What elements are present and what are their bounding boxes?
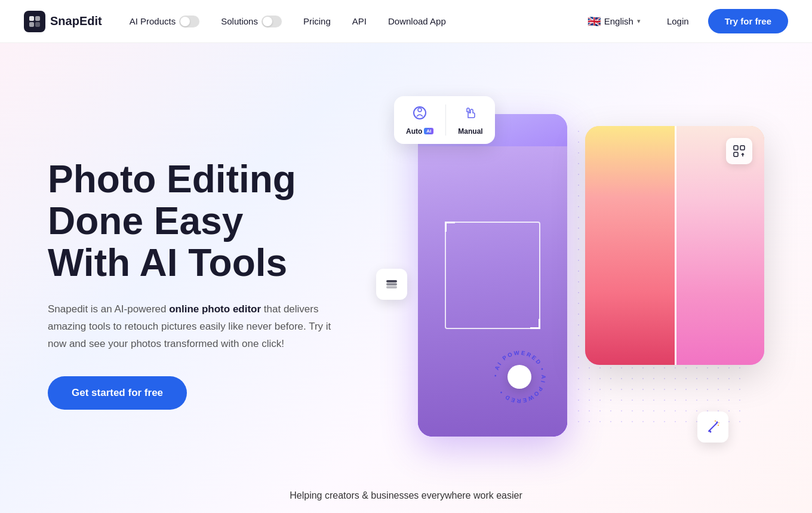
nav-item-api[interactable]: API: [344, 11, 375, 31]
layers-icon-button[interactable]: [376, 269, 407, 300]
selection-frame: [445, 222, 540, 329]
svg-point-14: [718, 425, 719, 426]
svg-rect-6: [386, 280, 397, 282]
ai-powered-circle: • AI POWERED • AI POWERED •: [490, 347, 549, 407]
download-app-label: Download App: [388, 16, 446, 26]
manual-label: Manual: [458, 127, 482, 136]
svg-point-16: [718, 422, 719, 423]
photo-left-half: [585, 126, 675, 365]
hero-title-line2: Done Easy: [48, 199, 243, 242]
svg-rect-1: [35, 16, 40, 21]
solutions-label: Solutions: [221, 16, 258, 26]
split-compare-icon[interactable]: [726, 138, 752, 164]
hero-right: Auto AI Manual: [370, 90, 764, 478]
am-divider: [445, 105, 446, 136]
language-selector[interactable]: 🇬🇧 English ▾: [580, 10, 648, 33]
hero-title-line1: Photo Editing: [48, 158, 296, 201]
second-photo-card: [585, 126, 764, 365]
svg-point-15: [715, 420, 716, 422]
solutions-toggle[interactable]: [262, 16, 282, 27]
svg-rect-10: [734, 146, 738, 150]
svg-rect-12: [734, 152, 738, 156]
manual-mode-item[interactable]: Manual: [458, 105, 482, 136]
ai-products-label: AI Products: [130, 16, 176, 26]
hero-subtitle: Snapedit is an AI-powered online photo e…: [48, 301, 334, 353]
ai-powered-badge: • AI POWERED • AI POWERED •: [490, 347, 549, 407]
try-free-button[interactable]: Try for free: [708, 9, 788, 33]
ai-powered-text-svg: • AI POWERED • AI POWERED •: [490, 347, 549, 407]
svg-rect-3: [35, 22, 40, 27]
pricing-label: Pricing: [303, 16, 331, 26]
navbar: SnapEdit AI Products Solutions Pricing A…: [0, 0, 812, 43]
svg-text:• AI POWERED • AI POWERED •: • AI POWERED • AI POWERED •: [492, 349, 547, 404]
logo-text: SnapEdit: [50, 14, 102, 28]
auto-label: Auto: [406, 127, 422, 136]
svg-rect-2: [29, 22, 34, 27]
auto-icon: [411, 105, 428, 125]
svg-point-13: [716, 421, 718, 423]
auto-ai-badge: AI: [424, 128, 433, 134]
hero-title: Photo Editing Done Easy With AI Tools: [48, 158, 370, 284]
svg-rect-8: [386, 286, 397, 288]
nav-item-pricing[interactable]: Pricing: [295, 11, 339, 31]
auto-mode-item[interactable]: Auto AI: [406, 105, 433, 136]
api-label: API: [352, 16, 367, 26]
nav-links: AI Products Solutions Pricing API Downlo…: [121, 11, 454, 32]
logo[interactable]: SnapEdit: [24, 11, 102, 32]
ai-products-toggle[interactable]: [179, 16, 199, 27]
logo-icon: [24, 11, 45, 32]
nav-right: 🇬🇧 English ▾ Login Try for free: [580, 9, 788, 33]
bottom-hint: Helping creators & businesses everywhere…: [290, 478, 522, 513]
cta-button[interactable]: Get started for free: [48, 376, 187, 410]
login-button[interactable]: Login: [657, 11, 699, 31]
hero-left: Photo Editing Done Easy With AI Tools Sn…: [48, 158, 370, 410]
nav-left: SnapEdit AI Products Solutions Pricing A…: [24, 11, 454, 32]
hero-subtitle-bold: online photo editor: [169, 303, 261, 315]
svg-rect-7: [386, 283, 397, 285]
nav-item-solutions[interactable]: Solutions: [213, 11, 290, 32]
svg-point-4: [414, 107, 426, 119]
hero-subtitle-plain: Snapedit is an AI-powered: [48, 303, 169, 315]
nav-item-ai-products[interactable]: AI Products: [121, 11, 208, 32]
nav-item-download-app[interactable]: Download App: [380, 11, 454, 31]
language-label: English: [604, 16, 633, 26]
hero-title-line3: With AI Tools: [48, 241, 287, 284]
hero-section: Photo Editing Done Easy With AI Tools Sn…: [0, 43, 812, 513]
svg-rect-0: [29, 16, 34, 21]
auto-manual-card: Auto AI Manual: [394, 96, 495, 144]
manual-icon: [462, 105, 479, 125]
magic-wand-icon-button[interactable]: [697, 411, 728, 443]
split-line: [675, 126, 676, 365]
svg-point-5: [418, 108, 422, 112]
svg-rect-11: [740, 146, 745, 150]
chevron-down-icon: ▾: [637, 17, 641, 25]
flag-icon: 🇬🇧: [588, 15, 601, 28]
